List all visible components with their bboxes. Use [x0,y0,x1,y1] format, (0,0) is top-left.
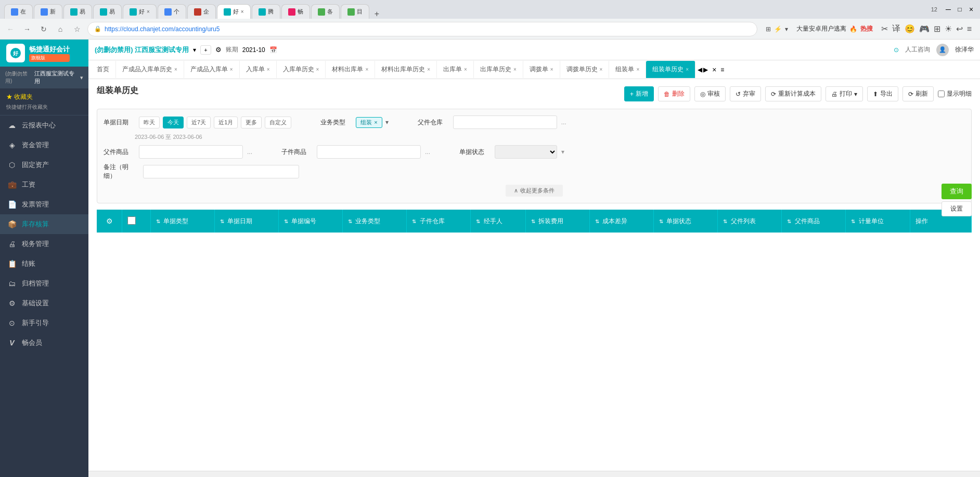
nav-tab-in-order[interactable]: 入库单 × [240,61,277,78]
nav-tab-close-produce-in-history[interactable]: × [174,67,177,72]
nav-tab-assembly-history[interactable]: 调拨单历史 × [560,61,610,78]
display-detail-checkbox[interactable] [938,91,945,97]
sidebar-item-fund-mgmt[interactable]: ◈ 资金管理 [0,135,88,155]
nav-tab-home[interactable]: 首页 [91,61,116,78]
display-detail-checkbox-label[interactable]: 显示明细 [938,89,972,98]
nav-tab-close-out-history[interactable]: × [513,67,517,72]
table-column-settings-icon[interactable]: ⚙ [102,214,117,228]
company-selector[interactable]: (勿删勿禁用) 江西服宝测试专用 ▾ [0,67,88,88]
nav-tab-out-order[interactable]: 出库单 × [437,61,474,78]
browser-tab-11[interactable]: 各 [311,4,340,19]
address-box[interactable]: 🔒 https://cloud.chanjet.com/accounting/u… [87,22,757,36]
scissors-icon[interactable]: ✂ [881,24,888,34]
forward-btn[interactable]: → [21,23,33,35]
close-btn[interactable]: × [966,5,976,14]
browser-tab-2[interactable]: 新 [34,4,62,19]
custom-date-btn[interactable]: 自定义 [265,117,291,128]
order-status-select[interactable] [495,145,557,159]
sidebar-item-invoice-mgmt[interactable]: 📄 发票管理 [0,195,88,214]
nav-tab-close-kit-order[interactable]: × [636,67,639,72]
sun-icon[interactable]: ☀ [945,24,952,34]
home-nav-btn[interactable]: ⌂ [54,23,67,35]
refresh-nav-btn[interactable]: ↻ [37,23,50,35]
settings-header-icon[interactable]: ⚙ [215,46,222,54]
recalculate-btn[interactable]: ⟳ 重新计算成本 [765,86,821,101]
nav-tab-material-out[interactable]: 材料出库单 × [326,61,375,78]
browser-tab-8[interactable]: 好 × [217,4,251,19]
browser-tab-9[interactable]: 腾 [252,4,280,19]
sidebar-item-fixed-assets[interactable]: ⬡ 固定资产 [0,155,88,175]
qr-icon[interactable]: ⊞ [766,25,771,33]
parent-warehouse-more-icon[interactable]: ... [561,119,566,126]
grid-icon[interactable]: ⊞ [934,24,940,34]
biz-type-dropdown-icon[interactable]: ▾ [385,119,389,126]
add-company-btn[interactable]: + [200,45,211,55]
sidebar-item-settlement[interactable]: 📋 结账 [0,254,88,274]
badge-count[interactable]: 12 [927,6,942,12]
yesterday-btn[interactable]: 昨天 [139,117,160,128]
today-btn[interactable]: 今天 [163,117,184,128]
nav-tab-kit-order[interactable]: 组装单 × [609,61,646,78]
nav-tab-close-material-out[interactable]: × [365,67,368,72]
child-goods-more-icon[interactable]: ... [425,148,430,156]
parent-goods-input[interactable] [139,145,243,159]
service-label[interactable]: 人工咨询 [905,45,930,54]
calendar-icon[interactable]: 📅 [269,46,277,54]
last1month-btn[interactable]: 近1月 [214,117,238,128]
nav-tab-kit-history[interactable]: 组装单历史 × [646,61,695,78]
select-all-checkbox[interactable] [127,216,136,225]
remark-input[interactable] [143,165,299,178]
audit-btn[interactable]: ◎ 审核 [694,86,726,101]
print-btn[interactable]: 🖨 打印 ▾ [826,86,863,101]
col-order-date[interactable]: 单据日期 [214,210,278,233]
add-btn[interactable]: + 新增 [624,86,654,101]
sidebar-item-payroll[interactable]: 💼 工资 [0,175,88,195]
collapse-filter-btn[interactable]: ∧ 收起更多条件 [506,185,563,197]
nav-tabs-right-arrow[interactable]: ▶ [703,66,708,73]
nav-tab-close-kit-history[interactable]: × [686,67,689,72]
tab-close-5[interactable]: × [147,9,150,15]
browser-tab-5[interactable]: 好 × [123,4,157,19]
minimize-btn[interactable]: ─ [944,5,953,14]
col-cost-diff[interactable]: 成本差异 [589,210,653,233]
col-handler[interactable]: 经手人 [471,210,525,233]
browser-tab-3[interactable]: 易 [63,4,92,19]
browser-tab-10[interactable]: 畅 [281,4,310,19]
col-order-no[interactable]: 单据编号 [278,210,342,233]
nav-tab-close-assembly[interactable]: × [550,67,553,72]
translate-icon[interactable]: 译 [892,23,900,34]
delete-btn[interactable]: 🗑 删除 [658,86,690,101]
nav-tab-close-produce-in[interactable]: × [230,67,233,72]
nav-tab-close-assembly-history[interactable]: × [600,67,603,72]
sidebar-item-cloud-report[interactable]: ☁ 云报表中心 [0,115,88,135]
col-kit-fee[interactable]: 拆装费用 [525,210,589,233]
more-date-btn[interactable]: 更多 [241,117,262,128]
chevron-down-icon[interactable]: ▾ [785,25,788,33]
nav-tab-material-out-history[interactable]: 材料出库单历史 × [375,61,437,78]
undo-icon[interactable]: ↩ [956,24,963,34]
header-dropdown-icon[interactable]: ▾ [193,46,196,54]
filter-settings-btn[interactable]: 设置 [942,201,972,216]
nav-tab-in-history[interactable]: 入库单历史 × [277,61,326,78]
col-unit[interactable]: 计量单位 [846,210,910,233]
nav-tab-produce-in-history[interactable]: 产成品入库单历史 × [116,61,184,78]
nav-tab-out-history[interactable]: 出库单历史 × [474,61,523,78]
export-btn[interactable]: ⬆ 导出 [867,86,898,101]
new-tab-btn[interactable]: + [370,9,383,19]
sidebar-item-new-guide[interactable]: ⊙ 新手引导 [0,313,88,333]
col-child-warehouse[interactable]: 子件仓库 [407,210,471,233]
hot-search-icon[interactable]: 🔥 [849,25,857,33]
nav-tab-close-in-history[interactable]: × [316,67,319,72]
service-icon[interactable]: ⊙ [894,46,899,54]
nav-tab-close-out-order[interactable]: × [464,67,467,72]
browser-tab-12[interactable]: 目 [341,4,369,19]
col-biz-type[interactable]: 业务类型 [343,210,407,233]
table-settings-header[interactable]: ⚙ [97,210,122,233]
sidebar-item-basic-settings[interactable]: ⚙ 基础设置 [0,293,88,313]
horizontal-scrollbar[interactable] [88,471,980,477]
col-order-type[interactable]: 单据类型 [150,210,214,233]
table-checkbox-header[interactable] [122,210,151,233]
tab-close-8[interactable]: × [241,9,244,15]
sidebar-item-tax-mgmt[interactable]: 🖨 税务管理 [0,234,88,254]
browser-tab-4[interactable]: 易 [93,4,122,19]
